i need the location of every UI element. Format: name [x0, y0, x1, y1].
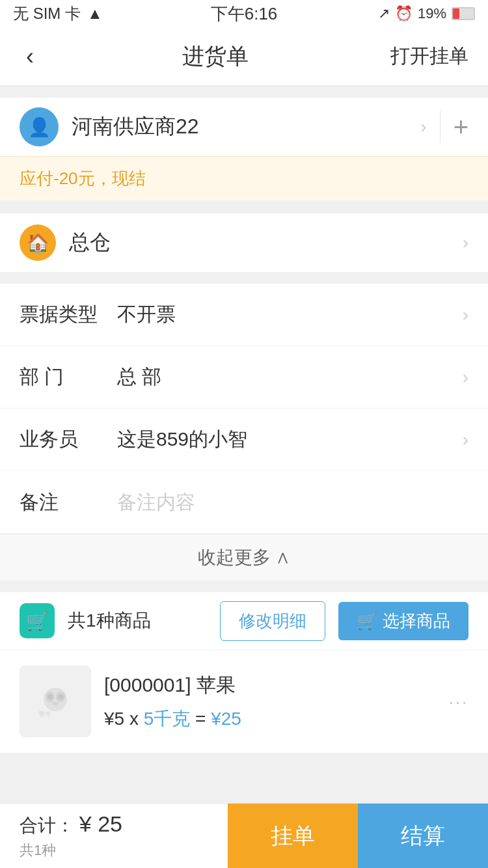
location-icon: ↗ [378, 5, 390, 22]
alarm-icon: ⏰ [395, 5, 413, 22]
total-amount: ¥ 25 [79, 811, 122, 836]
product-item: 警牛 [0000001] 苹果 ¥5 x 5千克 = ¥25 ··· [0, 649, 488, 753]
form-section: 票据类型 不开票 › 部 门 总 部 › 业务员 这是859的小智 › 备注 备… [0, 284, 488, 534]
bottom-bar: 合计： ¥ 25 共1种 挂单 结算 [0, 803, 488, 868]
carrier-text: 无 SIM 卡 [13, 3, 81, 24]
product-total: ¥25 [211, 709, 241, 729]
checkout-button[interactable]: 结算 [358, 804, 488, 869]
select-product-button[interactable]: 🛒 选择商品 [338, 602, 468, 640]
section-gap-2 [0, 200, 488, 212]
product-title-text: 苹果 [197, 674, 236, 696]
product-name: [0000001] 苹果 [104, 672, 435, 699]
total-row: 合计： ¥ 25 [20, 811, 208, 838]
product-count-text: 共1种商品 [68, 608, 207, 633]
supplier-name: 河南供应商22 [72, 113, 420, 141]
form-label-remark: 备注 [20, 489, 117, 516]
product-more-button[interactable]: ··· [448, 690, 468, 712]
warehouse-icon: 🏠 [20, 224, 56, 261]
open-hang-button[interactable]: 打开挂单 [390, 43, 468, 70]
status-bar: 无 SIM 卡 ▲ 下午6:16 ↗ ⏰ 19% [0, 0, 488, 27]
collapse-label: 收起更多 ∧ [198, 545, 291, 570]
form-label-sales: 业务员 [20, 426, 117, 453]
nav-bar: ‹ 进货单 打开挂单 [0, 27, 488, 86]
warehouse-name: 总仓 [69, 228, 463, 257]
select-product-label: 选择商品 [383, 610, 450, 632]
form-row-remark[interactable]: 备注 备注内容 [0, 471, 488, 534]
avatar-icon: 👤 [28, 116, 51, 138]
form-row-ticket[interactable]: 票据类型 不开票 › [0, 284, 488, 346]
page-title: 进货单 [182, 42, 249, 72]
product-header-icon: 🛒 [20, 603, 55, 638]
edit-detail-button[interactable]: 修改明细 [220, 601, 325, 641]
product-unit-price: ¥5 [104, 709, 124, 729]
supplier-info-banner: 应付-20元，现结 [0, 156, 488, 200]
svg-point-3 [47, 694, 53, 699]
warehouse-row[interactable]: 🏠 总仓 › [0, 213, 488, 272]
cart-icon: 🛒 [26, 610, 49, 632]
supplier-chevron-icon: › [420, 116, 426, 137]
product-quantity: 5千克 [144, 709, 191, 729]
collapse-button[interactable]: 收起更多 ∧ [0, 534, 488, 580]
product-header: 🛒 共1种商品 修改明细 🛒 选择商品 [0, 592, 488, 649]
product-thumbnail: 警牛 [20, 666, 91, 737]
dept-chevron-icon: › [463, 367, 468, 388]
hang-button[interactable]: 挂单 [228, 804, 358, 869]
battery-text: 19% [418, 5, 446, 22]
svg-point-4 [58, 694, 63, 699]
home-icon: 🏠 [27, 232, 49, 254]
product-thumb-icon: 警牛 [36, 679, 75, 725]
add-supplier-button[interactable]: + [454, 113, 468, 142]
status-left: 无 SIM 卡 ▲ [13, 3, 103, 24]
supplier-row[interactable]: 👤 河南供应商22 › + [0, 98, 488, 156]
warehouse-chevron-icon: › [463, 232, 468, 253]
supplier-avatar: 👤 [20, 107, 59, 146]
form-row-sales[interactable]: 业务员 这是859的小智 › [0, 409, 488, 471]
total-count: 共1种 [20, 841, 208, 860]
hang-label: 挂单 [271, 821, 315, 851]
back-button[interactable]: ‹ [20, 36, 40, 77]
svg-point-5 [52, 701, 59, 705]
ticket-chevron-icon: › [463, 305, 468, 325]
supplier-info-text: 应付-20元，现结 [20, 169, 146, 188]
form-value-dept: 总 部 [117, 364, 463, 390]
form-label-dept: 部 门 [20, 364, 117, 390]
price-equals: = [195, 709, 211, 729]
form-value-remark[interactable]: 备注内容 [117, 489, 468, 516]
product-id: [0000001] [104, 674, 191, 696]
checkout-label: 结算 [401, 821, 445, 851]
battery-icon [452, 7, 475, 20]
product-info: [0000001] 苹果 ¥5 x 5千克 = ¥25 [104, 672, 435, 731]
divider [440, 111, 441, 143]
price-multiply: x [129, 709, 144, 729]
total-label: 合计： [20, 815, 74, 835]
sales-chevron-icon: › [463, 429, 468, 450]
form-value-ticket: 不开票 [117, 301, 463, 328]
total-section: 合计： ¥ 25 共1种 [0, 811, 228, 860]
status-time: 下午6:16 [211, 3, 278, 25]
form-row-dept[interactable]: 部 门 总 部 › [0, 346, 488, 409]
section-gap-1 [0, 86, 488, 98]
content-area: 👤 河南供应商22 › + 应付-20元，现结 🏠 总仓 › 票据类型 不开票 … [0, 86, 488, 818]
form-label-ticket: 票据类型 [20, 301, 117, 328]
wifi-icon: ▲ [87, 5, 103, 23]
product-price-row: ¥5 x 5千克 = ¥25 [104, 707, 435, 731]
svg-text:警牛: 警牛 [38, 711, 51, 718]
status-right: ↗ ⏰ 19% [378, 5, 475, 22]
select-cart-icon: 🛒 [357, 611, 377, 631]
form-value-sales: 这是859的小智 [117, 426, 463, 453]
